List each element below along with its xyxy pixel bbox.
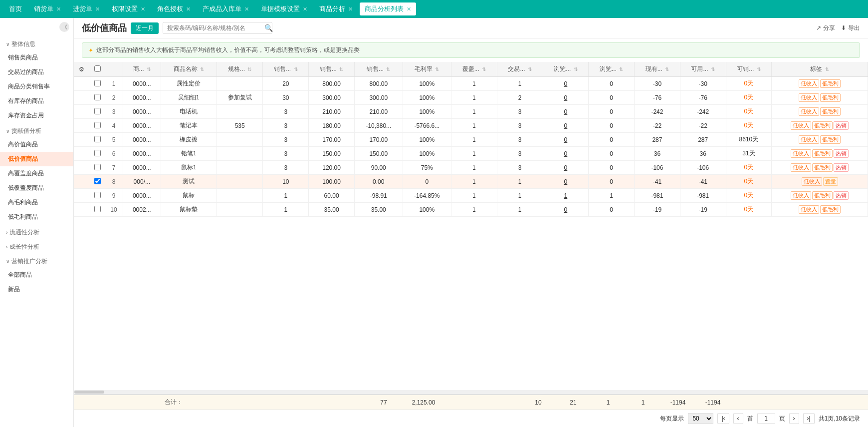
nav-inventory[interactable]: 产成品入库单 ✕ <box>198 2 254 15</box>
sidebar-item-high-coverage[interactable]: 高覆盖度商品 <box>0 166 73 181</box>
prev-page-btn[interactable]: ‹ <box>733 413 743 424</box>
row-checkbox[interactable] <box>94 80 101 86</box>
nav-roles[interactable]: 角色授权 ✕ <box>152 2 196 15</box>
td-views1[interactable]: 0 <box>543 119 589 133</box>
td-checkbox[interactable] <box>90 91 105 105</box>
td-checkbox[interactable] <box>90 147 105 161</box>
th-views2[interactable]: 浏览... ⇅ <box>589 62 635 77</box>
row-checkbox[interactable] <box>94 206 101 212</box>
row-checkbox[interactable] <box>94 136 101 142</box>
views1-link[interactable]: 1 <box>564 192 568 199</box>
td-checkbox[interactable] <box>90 77 105 91</box>
nav-product-analysis[interactable]: 商品分析 ✕ <box>314 2 358 15</box>
sidebar-section-growth[interactable]: › 成长性分析 <box>0 239 73 253</box>
th-views1[interactable]: 浏览... ⇅ <box>543 62 589 77</box>
select-all-checkbox[interactable] <box>94 65 101 72</box>
td-checkbox[interactable] <box>90 203 105 217</box>
views1-link[interactable]: 0 <box>564 108 568 115</box>
sidebar-section-overall[interactable]: ∨ 整体信息 <box>0 36 73 50</box>
row-checkbox[interactable] <box>94 164 101 170</box>
views1-link[interactable]: 0 <box>564 80 568 87</box>
th-settings[interactable]: ⚙ <box>74 62 90 77</box>
sidebar-item-inventory-capital[interactable]: 库存资金占用 <box>0 108 73 123</box>
th-gross-margin[interactable]: 毛利率 ⇅ <box>403 62 451 77</box>
sidebar-item-category-sales[interactable]: 商品分类销售率 <box>0 79 73 94</box>
nav-templates[interactable]: 单据模板设置 ✕ <box>256 2 312 15</box>
close-icon[interactable]: ✕ <box>407 6 411 12</box>
nav-purchase[interactable]: 进货单 ✕ <box>68 2 105 15</box>
views1-link[interactable]: 0 <box>564 150 568 157</box>
row-checkbox[interactable] <box>94 192 101 198</box>
row-checkbox[interactable] <box>94 150 101 156</box>
nav-product-analysis-list[interactable]: 商品分析列表 ✕ <box>360 2 416 15</box>
sidebar-item-sales-products[interactable]: 销售类商品 <box>0 50 73 65</box>
th-current-stock[interactable]: 现有... ⇅ <box>635 62 680 77</box>
td-views1[interactable]: 0 <box>543 203 589 217</box>
td-views1[interactable]: 0 <box>543 161 589 175</box>
sidebar-item-low-coverage[interactable]: 低覆盖度商品 <box>0 181 73 195</box>
close-icon[interactable]: ✕ <box>244 6 249 12</box>
search-input[interactable] <box>163 22 272 34</box>
close-icon[interactable]: ✕ <box>56 6 61 12</box>
views1-link[interactable]: 0 <box>564 178 568 185</box>
row-checkbox[interactable] <box>94 178 101 184</box>
sidebar-item-all-products[interactable]: 全部商品 <box>0 268 73 282</box>
sidebar-item-low-value[interactable]: 低价值商品 <box>0 152 73 166</box>
row-checkbox[interactable] <box>94 94 101 100</box>
nav-permissions[interactable]: 权限设置 ✕ <box>107 2 150 15</box>
sidebar-item-new-products[interactable]: 新品 <box>0 282 73 297</box>
td-checkbox[interactable] <box>90 189 105 203</box>
th-available[interactable]: 可用... ⇅ <box>680 62 726 77</box>
td-views1[interactable]: 0 <box>543 147 589 161</box>
td-views1[interactable]: 0 <box>543 77 589 91</box>
close-icon[interactable]: ✕ <box>303 6 307 12</box>
views1-link[interactable]: 0 <box>564 164 568 171</box>
sidebar-collapse-btn[interactable]: 《 <box>59 22 69 32</box>
td-checkbox[interactable] <box>90 105 105 119</box>
sidebar-section-liquidity[interactable]: › 流通性分析 <box>0 224 73 239</box>
sidebar-item-high-value[interactable]: 高价值商品 <box>0 137 73 152</box>
td-checkbox[interactable] <box>90 175 105 189</box>
close-icon[interactable]: ✕ <box>348 6 353 12</box>
search-icon[interactable]: 🔍 <box>264 24 273 32</box>
close-icon[interactable]: ✕ <box>186 6 191 12</box>
page-input[interactable] <box>757 414 775 424</box>
sidebar-item-high-margin[interactable]: 高毛利商品 <box>0 195 73 210</box>
sidebar-section-marketing[interactable]: ∨ 营销推广分析 <box>0 253 73 268</box>
export-btn[interactable]: ⬇ 导出 <box>841 24 860 32</box>
first-page-btn[interactable]: |‹ <box>717 413 729 424</box>
th-coverage[interactable]: 覆盖... ⇅ <box>451 62 497 77</box>
row-checkbox[interactable] <box>94 108 101 114</box>
per-page-select[interactable]: 50 100 200 <box>688 413 713 424</box>
td-checkbox[interactable] <box>90 161 105 175</box>
th-tags[interactable]: 标签 ⇅ <box>772 62 868 77</box>
last-page-btn[interactable]: ›| <box>803 413 815 424</box>
views1-link[interactable]: 0 <box>564 122 568 129</box>
views1-link[interactable]: 0 <box>564 206 568 213</box>
nav-sales[interactable]: 销货单 ✕ <box>29 2 66 15</box>
sidebar-item-low-margin[interactable]: 低毛利商品 <box>0 210 73 224</box>
row-checkbox[interactable] <box>94 122 101 128</box>
horizontal-scrollbar[interactable] <box>74 390 868 394</box>
td-views1[interactable]: 0 <box>543 175 589 189</box>
th-sales-amount[interactable]: 销售... ⇅ <box>309 62 355 77</box>
th-name[interactable]: 商品名称 ⇅ <box>161 62 217 77</box>
th-spec[interactable]: 规格... ⇅ <box>217 62 263 77</box>
nav-home[interactable]: 首页 <box>4 2 27 15</box>
close-icon[interactable]: ✕ <box>95 6 100 12</box>
sidebar-section-contribution[interactable]: ∨ 贡献值分析 <box>0 123 73 137</box>
td-views1[interactable]: 0 <box>543 91 589 105</box>
td-checkbox[interactable] <box>90 133 105 147</box>
td-views1[interactable]: 0 <box>543 105 589 119</box>
filter-recent-month-btn[interactable]: 近一月 <box>131 22 159 34</box>
th-sales-qty[interactable]: 销售... ⇅ <box>263 62 309 77</box>
close-icon[interactable]: ✕ <box>141 6 145 12</box>
th-sellable[interactable]: 可销... ⇅ <box>726 62 772 77</box>
td-views1[interactable]: 0 <box>543 133 589 147</box>
views1-link[interactable]: 0 <box>564 94 568 101</box>
share-btn[interactable]: ↗ 分享 <box>816 24 835 32</box>
td-checkbox[interactable] <box>90 119 105 133</box>
views1-link[interactable]: 0 <box>564 136 568 143</box>
next-page-btn[interactable]: › <box>789 413 799 424</box>
sidebar-item-traded-products[interactable]: 交易过的商品 <box>0 65 73 79</box>
